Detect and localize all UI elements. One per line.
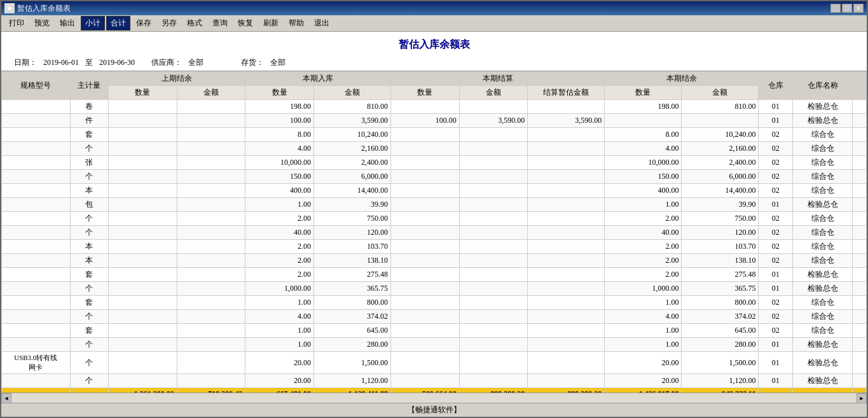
table-cell bbox=[853, 142, 867, 156]
table-cell bbox=[853, 226, 867, 240]
table-cell: 综合仓 bbox=[793, 128, 853, 142]
menu-print[interactable]: 打印 bbox=[4, 16, 29, 31]
menu-exit[interactable]: 退出 bbox=[310, 16, 334, 31]
table-cell: 103.70 bbox=[313, 240, 390, 254]
table-cell: 个 bbox=[70, 226, 109, 240]
table-cell bbox=[109, 198, 177, 212]
date-to-label: 至 bbox=[85, 57, 93, 68]
table-cell bbox=[2, 128, 71, 142]
table-cell: 本 bbox=[70, 240, 109, 254]
table-cell bbox=[109, 128, 177, 142]
scroll-track[interactable] bbox=[11, 393, 857, 403]
table-cell bbox=[528, 226, 605, 240]
table-cell: 400.00 bbox=[605, 184, 682, 198]
table-cell: 02 bbox=[759, 296, 793, 310]
table-cell bbox=[528, 338, 605, 352]
table-cell bbox=[459, 296, 528, 310]
table-cell bbox=[853, 352, 867, 374]
menu-refresh[interactable]: 刷新 bbox=[259, 16, 283, 31]
table-cell: 1,120.00 bbox=[682, 374, 759, 388]
table-cell bbox=[391, 296, 460, 310]
table-cell: 1.00 bbox=[245, 296, 314, 310]
table-cell bbox=[459, 100, 528, 114]
table-cell bbox=[459, 282, 528, 296]
col-spec: 规格型号 bbox=[2, 72, 71, 100]
table-cell: 14,400.00 bbox=[313, 184, 390, 198]
table-cell: 800.00 bbox=[313, 296, 390, 310]
table-cell: 01 bbox=[759, 338, 793, 352]
table-cell bbox=[528, 198, 605, 212]
table-cell bbox=[2, 310, 71, 324]
table-cell: 1.00 bbox=[245, 198, 314, 212]
menu-restore[interactable]: 恢复 bbox=[233, 16, 258, 31]
close-button[interactable]: ✕ bbox=[853, 4, 864, 13]
table-cell bbox=[459, 212, 528, 226]
table-cell bbox=[391, 374, 460, 388]
table-cell bbox=[528, 156, 605, 170]
table-cell bbox=[177, 338, 245, 352]
table-row: 张10,000.002,400.0010,000.002,400.0002综合仓 bbox=[2, 156, 867, 170]
table-cell: 645.00 bbox=[313, 324, 390, 338]
horizontal-scrollbar[interactable]: ◄ ► bbox=[1, 393, 867, 403]
table-cell bbox=[177, 184, 245, 198]
table-row: USB3.0转有线 网卡个20.001,500.0020.001,500.000… bbox=[2, 352, 867, 374]
menu-save[interactable]: 保存 bbox=[132, 16, 156, 31]
table-cell: 检验总仓 bbox=[793, 282, 853, 296]
table-cell: 2,400.00 bbox=[313, 156, 390, 170]
table-cell bbox=[177, 254, 245, 268]
table-cell bbox=[391, 212, 460, 226]
table-cell bbox=[177, 268, 245, 282]
table-cell bbox=[2, 184, 71, 198]
table-cell bbox=[459, 254, 528, 268]
table-cell: 检验总仓 bbox=[793, 352, 853, 374]
menu-format[interactable]: 格式 bbox=[183, 16, 207, 31]
table-cell bbox=[109, 212, 177, 226]
table-cell: 检验总仓 bbox=[793, 100, 853, 114]
table-cell: 750.00 bbox=[313, 212, 390, 226]
menu-help[interactable]: 帮助 bbox=[284, 16, 308, 31]
menu-total[interactable]: 合计 bbox=[106, 16, 130, 31]
table-cell: 2.00 bbox=[245, 268, 314, 282]
table-row: 套1.00645.001.00645.0002综合仓 bbox=[2, 324, 867, 338]
minimize-button[interactable]: _ bbox=[830, 4, 841, 13]
menu-subtotal[interactable]: 小计 bbox=[81, 16, 105, 31]
table-cell bbox=[853, 310, 867, 324]
table-cell bbox=[605, 114, 682, 128]
table-row: 本2.00138.102.00138.1002综合仓 bbox=[2, 254, 867, 268]
scroll-right-button[interactable]: ► bbox=[857, 393, 867, 403]
table-cell bbox=[109, 310, 177, 324]
table-cell: 365.75 bbox=[313, 282, 390, 296]
table-cell: 张 bbox=[70, 156, 109, 170]
table-cell: 个 bbox=[70, 338, 109, 352]
table-cell bbox=[853, 100, 867, 114]
menu-query[interactable]: 查询 bbox=[208, 16, 232, 31]
total-cell: 500,664.00 bbox=[391, 388, 460, 393]
table-cell bbox=[109, 184, 177, 198]
table-cell: 02 bbox=[759, 212, 793, 226]
menu-export[interactable]: 输出 bbox=[55, 16, 79, 31]
title-bar-left: ■ 暂估入库余额表 bbox=[4, 3, 71, 14]
menu-preview[interactable]: 预览 bbox=[30, 16, 54, 31]
table-cell bbox=[2, 226, 71, 240]
col-scrollbar[interactable] bbox=[853, 72, 867, 100]
menu-saveas[interactable]: 另存 bbox=[157, 16, 181, 31]
scroll-left-button[interactable]: ◄ bbox=[1, 393, 11, 403]
table-cell bbox=[109, 114, 177, 128]
table-cell bbox=[177, 240, 245, 254]
table-cell bbox=[391, 268, 460, 282]
table-cell: 374.02 bbox=[682, 310, 759, 324]
table-cell: 个 bbox=[70, 142, 109, 156]
table-cell bbox=[109, 324, 177, 338]
table-cell: 100.00 bbox=[245, 114, 314, 128]
table-cell: 10,000.00 bbox=[245, 156, 314, 170]
maximize-button[interactable]: □ bbox=[842, 4, 852, 13]
table-cell: 2.00 bbox=[605, 240, 682, 254]
table-cell bbox=[109, 296, 177, 310]
table-row: 卷198.00810.00198.00810.0001检验总仓 bbox=[2, 100, 867, 114]
table-container[interactable]: 规格型号 主计量 上期结余 本期入库 本期结算 本期结余 仓库 仓库名称 数量 … bbox=[1, 71, 867, 393]
table-cell bbox=[391, 198, 460, 212]
table-cell: 套 bbox=[70, 268, 109, 282]
table-cell: 4.00 bbox=[245, 142, 314, 156]
table-cell: 275.48 bbox=[313, 268, 390, 282]
table-cell bbox=[177, 352, 245, 374]
